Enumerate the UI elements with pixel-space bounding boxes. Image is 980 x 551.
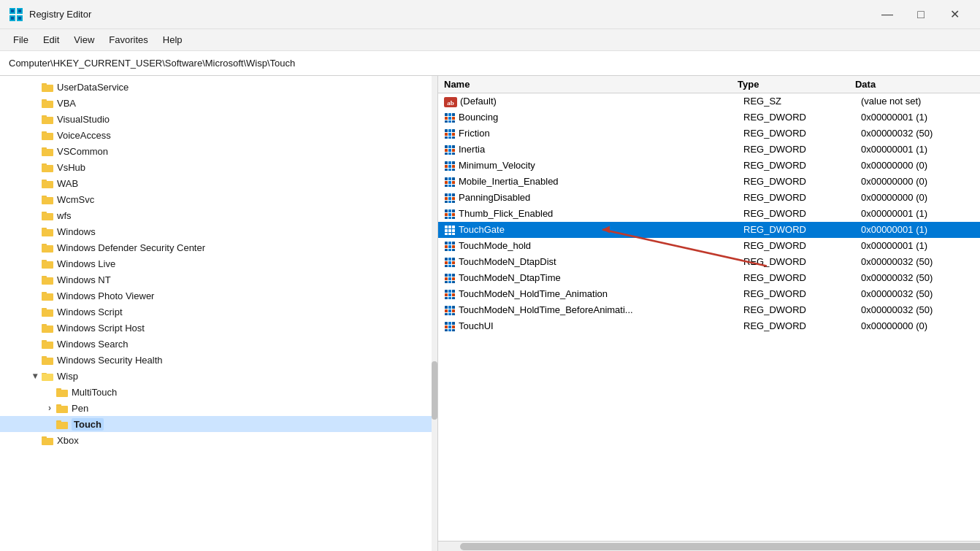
tree-item[interactable]: Windows [0, 223, 437, 239]
expand-button[interactable]: › [44, 402, 55, 414]
svg-rect-127 [445, 233, 448, 235]
col-data: Data [849, 76, 980, 93]
tree-item[interactable]: Windows Script Host [0, 320, 437, 336]
registry-data: 0x00000001 (1) [849, 142, 980, 158]
tree-item-label: Windows Defender Security Center [57, 242, 205, 253]
tree-item[interactable]: VSCommon [0, 143, 437, 159]
folder-icon [41, 226, 54, 237]
maximize-button[interactable]: □ [904, 0, 938, 29]
registry-data: 0x00000001 (1) [849, 206, 980, 222]
menu-file[interactable]: File [6, 31, 36, 48]
registry-row[interactable]: Thumb_Flick_EnabledREG_DWORD0x00000001 (… [438, 206, 980, 222]
registry-row[interactable]: Minimum_VelocityREG_DWORD0x00000000 (0) [438, 158, 980, 174]
expand-button[interactable] [29, 113, 41, 125]
svg-rect-96 [452, 177, 455, 180]
col-name: Name [438, 76, 732, 93]
expand-button[interactable] [29, 209, 41, 221]
expand-button[interactable]: ▾ [29, 370, 41, 382]
tree-item[interactable]: VBA [0, 95, 437, 111]
registry-row[interactable]: TouchGateREG_DWORD0x00000001 (1) [438, 222, 980, 238]
svg-rect-168 [452, 306, 455, 309]
menu-help[interactable]: Help [156, 31, 190, 48]
expand-button[interactable] [44, 418, 55, 430]
tree-item-label: Wisp [57, 371, 78, 382]
expand-button[interactable] [29, 434, 41, 446]
registry-row[interactable]: TouchModeN_DtapTimeREG_DWORD0x00000032 (… [438, 270, 980, 286]
h-scrollbar-thumb[interactable] [460, 543, 980, 550]
tree-panel[interactable]: UserDataServiceVBAVisualStudioVoiceAcces… [0, 76, 438, 551]
expand-button[interactable] [29, 177, 41, 189]
close-button[interactable]: ✕ [938, 0, 971, 29]
svg-rect-175 [445, 322, 448, 325]
tree-item[interactable]: Windows Security Health [0, 352, 437, 368]
folder-icon [41, 193, 54, 205]
expand-button[interactable] [29, 258, 41, 269]
tree-item-label: VsHub [57, 162, 85, 173]
tree-item[interactable]: VsHub [0, 159, 437, 175]
registry-row[interactable]: ab(Default)REG_SZ(value not set) [438, 93, 980, 109]
expand-button[interactable] [29, 81, 41, 93]
svg-rect-102 [452, 185, 455, 187]
tree-item[interactable]: Xbox [0, 432, 437, 448]
tree-item[interactable]: wfs [0, 207, 437, 223]
horizontal-scrollbar[interactable] [438, 541, 980, 551]
expand-button[interactable] [29, 193, 41, 205]
svg-rect-132 [452, 242, 455, 244]
registry-data: 0x00000000 (0) [849, 174, 980, 190]
values-scroll-area[interactable]: Name Type Data ab(Default)REG_SZ(value n… [438, 76, 980, 541]
tree-item[interactable]: Windows Defender Security Center [0, 239, 437, 255]
registry-row[interactable]: TouchModeN_HoldTime_AnimationREG_DWORD0x… [438, 286, 980, 302]
minimize-button[interactable]: — [870, 0, 904, 29]
registry-row[interactable]: PanningDisabledREG_DWORD0x00000000 (0) [438, 190, 980, 206]
expand-button[interactable] [29, 274, 41, 285]
registry-name: ab(Default) [438, 93, 732, 109]
tree-item[interactable]: VisualStudio [0, 111, 437, 127]
tree-item[interactable]: Windows NT [0, 271, 437, 288]
tree-item[interactable]: UserDataService [0, 79, 437, 95]
svg-rect-60 [452, 113, 455, 116]
expand-button[interactable] [44, 386, 55, 398]
col-type: Type [732, 76, 849, 93]
expand-button[interactable] [29, 290, 41, 301]
tree-item[interactable]: ▾Wisp [0, 368, 437, 384]
registry-row[interactable]: TouchModeN_HoldTime_BeforeAnimati...REG_… [438, 302, 980, 318]
tree-item[interactable]: VoiceAccess [0, 127, 437, 143]
expand-button[interactable] [29, 129, 41, 141]
svg-rect-84 [452, 153, 455, 155]
expand-button[interactable] [29, 322, 41, 334]
expand-button[interactable] [29, 226, 41, 237]
tree-item[interactable]: ›Pen [0, 400, 437, 416]
registry-row[interactable]: InertiaREG_DWORD0x00000001 (1) [438, 142, 980, 158]
expand-button[interactable] [29, 242, 41, 253]
menu-view[interactable]: View [66, 31, 102, 48]
tree-item[interactable]: WcmSvc [0, 191, 437, 207]
expand-button[interactable] [29, 145, 41, 157]
svg-rect-15 [42, 133, 53, 140]
expand-button[interactable] [29, 306, 41, 317]
registry-row[interactable]: TouchModeN_DtapDistREG_DWORD0x00000032 (… [438, 254, 980, 270]
registry-row[interactable]: BouncingREG_DWORD0x00000001 (1) [438, 109, 980, 126]
expand-button[interactable] [29, 338, 41, 350]
menu-edit[interactable]: Edit [36, 31, 66, 48]
registry-row[interactable]: TouchUIREG_DWORD0x00000000 (0) [438, 318, 980, 334]
tree-item[interactable]: Touch [0, 416, 437, 432]
vertical-scrollbar[interactable] [432, 76, 437, 551]
expand-button[interactable] [29, 97, 41, 109]
tree-item-label: WcmSvc [57, 194, 94, 205]
registry-row[interactable]: TouchMode_holdREG_DWORD0x00000001 (1) [438, 238, 980, 254]
registry-row[interactable]: Mobile_Inertia_EnabledREG_DWORD0x0000000… [438, 174, 980, 190]
tree-item[interactable]: WAB [0, 175, 437, 191]
tree-item[interactable]: Windows Live [0, 255, 437, 271]
tree-item[interactable]: Windows Search [0, 336, 437, 352]
expand-button[interactable] [29, 161, 41, 173]
scrollbar-thumb[interactable] [432, 361, 437, 420]
tree-item[interactable]: Windows Photo Viewer [0, 288, 437, 304]
svg-rect-83 [448, 153, 451, 155]
menu-favorites[interactable]: Favorites [102, 31, 155, 48]
expand-button[interactable] [29, 354, 41, 366]
tree-item[interactable]: MultiTouch [0, 384, 437, 400]
tree-item[interactable]: Windows Script [0, 304, 437, 320]
svg-rect-109 [445, 201, 448, 203]
registry-row[interactable]: FrictionREG_DWORD0x00000032 (50) [438, 126, 980, 142]
folder-icon [41, 177, 54, 189]
